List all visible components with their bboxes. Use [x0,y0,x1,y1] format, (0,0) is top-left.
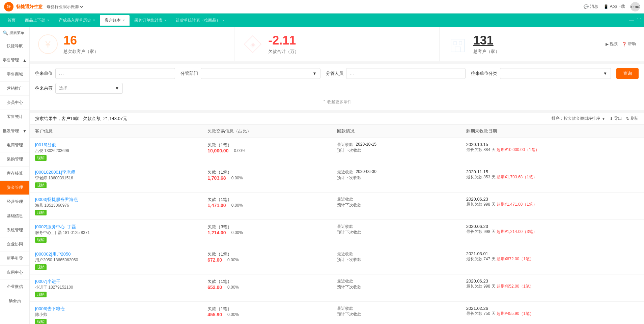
dots-icon: ... [350,71,355,76]
filter-area: 往来单位 ... 分管部门 ▼ 分管人员 ... [30,64,644,110]
overdue-amount-link[interactable]: 超期¥1,703.68（1笔） [497,175,537,179]
overdue-amount-link[interactable]: 超期¥652.00（1笔） [497,284,534,289]
next-recover: 预计下次收款 [337,257,466,263]
filter-select-balance[interactable]: 选择... ▼ [55,83,123,94]
overdue-days-amount-row: 最长欠款 998 天 超期¥1,214.00（3笔） [466,229,639,235]
chevron-down-icon: ▲ [23,58,27,63]
customer-info-cell: [0001020001]李老师 李老师 18600391516 现销 [35,169,207,188]
sidebar-item-quick-nav[interactable]: 快捷导航 [0,39,29,53]
sidebar-item-app-center[interactable]: 应用中心 [0,266,29,280]
table-row: [0002]服务中心_丁磊 服务中心_丁磊 181 0125 8371 现销 欠… [30,220,644,247]
overdue-cell: 2021.03.01 最长欠款 747 天 超期¥672.00（1笔） [466,251,639,262]
app-download-btn[interactable]: 📱 App下载 [604,4,625,9]
customer-name-link[interactable]: [0006]去下粮仓 [35,306,65,311]
sidebar-item-marketing[interactable]: 营销推广 [0,82,29,96]
overdue-amount-link[interactable]: 超期¥672.00（1笔） [497,257,534,261]
overdue-amount-link[interactable]: 超期¥1,471.00（1笔） [497,202,537,207]
search-icon: 🔍 [3,30,8,35]
diamond-icon: ◈ [243,34,263,54]
customer-name-link[interactable]: [0002]服务中心_丁磊 [35,224,76,229]
overdue-cell: 2020.06.23 最长欠款 998 天 超期¥1,471.00（1笔） [466,197,639,207]
tab-close-icon[interactable]: × [47,19,49,22]
sidebar-item-beginner[interactable]: 新手引导 [0,252,29,266]
avatar[interactable]: demo2 [631,2,640,11]
refresh-btn[interactable]: ↻ 刷新 [626,116,639,121]
help-btn[interactable]: ❓ 帮助 [622,41,636,47]
message-icon: 💬 [584,4,589,9]
tab-minimize-btn[interactable]: — [629,18,634,23]
debt-count: 欠款（1笔） [207,142,337,148]
results-summary: 搜索结果中，客户16家 欠款金额 -21,148.07元 [35,116,127,122]
sidebar-search-label: 搜索菜单 [9,30,24,35]
overdue-amount-link[interactable]: 超期¥1,214.00（3笔） [497,229,537,234]
collapse-filters-btn[interactable]: ⌃ 收起更多条件 [35,98,639,106]
sidebar-item-vip-member[interactable]: 畅会员 [0,294,29,308]
table-row: [000002]用户2050 用户2050 18665062050 现销 欠款（… [30,247,644,274]
tab-bar: 首页 商品上下架 × 产成品入库单历史 × 客户账本 × 采购订单统计表 × 进… [0,13,644,27]
filter-select-dept[interactable]: ▼ [201,68,320,79]
dots-icon: ... [59,71,64,76]
sidebar-item-batch-mgmt[interactable]: 批发管理 ▼ [0,124,29,138]
filter-label-person: 分管人员 [326,70,343,77]
customer-name-link[interactable]: [0007]小进干 [35,279,60,284]
sort-select[interactable]: 排序：按欠款金额倒序排序 ▼ [552,116,606,121]
message-btn[interactable]: 💬 消息 [584,4,598,9]
sidebar-item-corp-wechat[interactable]: 企业微信 [0,280,29,294]
tab-close-icon[interactable]: × [222,19,224,22]
sidebar-item-finance[interactable]: 资金管理 [0,181,29,195]
overdue-days-amount-row: 最长欠款 853 天 超期¥1,703.68（1笔） [466,174,639,180]
sidebar-item-corp-coop[interactable]: 企业协同 [0,237,29,252]
sidebar-item-business[interactable]: 经营管理 [0,195,29,209]
customer-info-cell: [0003]畅捷服务尹海燕 海燕 18513066976 现销 [35,197,207,215]
next-recover: 预计下次收款 [337,312,466,317]
overdue-amount-link[interactable]: 超期¥455.90（1笔） [497,311,534,316]
search-button[interactable]: 查询 [616,68,639,79]
stat-label-customers: 总欠款客户（家） [63,49,99,55]
sidebar-item-purchase-mgmt[interactable]: 采购管理 [0,152,29,167]
next-recover: 预计下次收款 [337,175,466,181]
tab-maximize-btn[interactable]: ⛶ [637,18,641,23]
tab-purchase-order[interactable]: 采购订单统计表 × [130,15,171,26]
sidebar-item-sys-mgmt[interactable]: 系统管理 [0,223,29,237]
customer-name-link[interactable]: [0016]吕俊 [35,142,56,147]
sidebar-item-retail-mgmt[interactable]: 零售管理 ▲ [0,53,29,67]
export-btn[interactable]: ⬇ 导出 [610,116,622,121]
debt-percent: 0.00% [227,258,239,262]
tab-product-history[interactable]: 产成品入库单历史 × [54,15,100,26]
tab-home[interactable]: 首页 [3,15,20,26]
sidebar-item-retail-stat[interactable]: 零售统计 [0,110,29,124]
sidebar-item-member[interactable]: 会员中心 [0,96,29,110]
filter-item-balance: 往来余额 选择... ▼ [35,83,123,94]
table-body: [0016]吕俊 吕俊 13026203696 现销 欠款（1笔） 10,000… [30,138,644,324]
filter-select-category[interactable]: ▼ [500,68,611,79]
filter-input-unit[interactable]: ... [55,68,175,79]
sidebar-item-retail-mall[interactable]: 零售商城 [0,67,29,82]
customer-name-link[interactable]: [000002]用户2050 [35,252,71,257]
debt-amount: 652.00 [207,285,222,290]
sidebar-search[interactable]: 🔍 搜索菜单 [0,27,29,39]
debt-count: 欠款（1笔） [207,169,337,175]
chevron-down-icon: ▼ [313,71,317,76]
overdue-cell: 2020.06.23 最长欠款 998 天 超期¥652.00（1笔） [466,278,639,289]
tab-close-icon[interactable]: × [165,19,167,22]
debt-info-cell: 欠款（1笔） 652.00 0.00% [207,278,337,290]
tab-close-icon[interactable]: × [93,19,95,22]
sidebar-item-basic-info[interactable]: 基础信息 [0,209,29,223]
customer-name-link[interactable]: [0003]畅捷服务尹海燕 [35,197,78,202]
customer-tag: 现销 [35,237,47,243]
customer-name-link[interactable]: [0001020001]李老师 [35,170,75,175]
customer-phone: 吕俊 13026203696 [35,148,207,154]
tab-product-off[interactable]: 商品上下架 × [20,15,54,26]
tab-customer-account[interactable]: 客户账本 × [100,15,130,26]
company-select[interactable]: 母婴行业演示账套 [45,4,84,9]
tab-purchase-stat[interactable]: 进货单统计表（按商品） × [171,15,229,26]
filter-label-dept: 分管部门 [180,70,198,77]
filter-input-person[interactable]: ... [346,68,466,79]
sidebar-item-ecom-mgmt[interactable]: 电商管理 [0,138,29,152]
overdue-amount-link[interactable]: 超期¥10,000.00（1笔） [497,147,539,152]
tab-close-icon[interactable]: × [123,19,125,22]
video-btn[interactable]: ▶ 视频 [606,41,618,47]
money-icon: ¥ [38,34,58,54]
sidebar-item-inventory[interactable]: 库存核算 [0,167,29,181]
debt-info-cell: 欠款（1笔） 1,703.68 0.00% [207,169,337,181]
